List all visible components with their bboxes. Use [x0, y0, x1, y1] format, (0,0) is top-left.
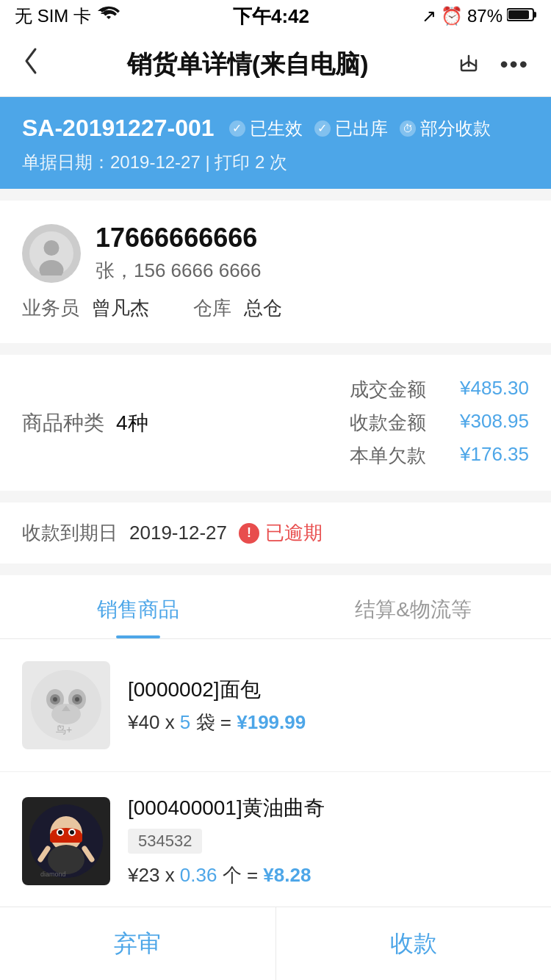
- warehouse-label: 仓库: [193, 297, 231, 319]
- status-bar: 无 SIM 卡 下午4:42 ↗ ⏰ 87%: [0, 0, 551, 32]
- customer-section: 17666666666 张，156 6666 6666 业务员 曾凡杰 仓库 总…: [0, 201, 551, 343]
- badge-partial: ⏱ 部分收款: [400, 117, 491, 140]
- stats-section: 商品种类 4种 成交金额 ¥485.30 收款金额 ¥308.95 本单欠款 ¥…: [0, 355, 551, 491]
- owed-label: 本单欠款: [350, 443, 426, 469]
- amount-row: 成交金额 ¥485.30: [350, 377, 529, 403]
- more-icon[interactable]: •••: [500, 51, 529, 78]
- battery-label: 87%: [467, 6, 503, 26]
- svg-rect-2: [508, 10, 529, 19]
- alarm-icon: ⏰: [441, 6, 463, 26]
- status-right: ↗ ⏰ 87%: [422, 6, 536, 26]
- received-value: ¥308.95: [441, 410, 529, 436]
- salesperson-info: 业务员 曾凡杰: [22, 295, 149, 321]
- customer-info: 17666666666 张，156 6666 6666: [96, 223, 262, 284]
- received-row: 收款金额 ¥308.95: [350, 410, 529, 436]
- svg-point-22: [58, 830, 62, 835]
- product-info-1: [0000002]面包 ¥40 x 5 袋 = ¥199.99: [128, 676, 529, 735]
- order-sub-info: 单据日期：2019-12-27 | 打印 2 次: [22, 151, 529, 174]
- product-name-1: [0000002]面包: [128, 676, 529, 704]
- tabs-section: 销售商品 结算&物流等: [0, 575, 551, 639]
- clock-icon: ⏱: [400, 120, 416, 137]
- order-number: SA-20191227-001: [22, 115, 215, 142]
- list-item: 鸟+ [0000002]面包 ¥40 x 5 袋 = ¥199.99: [0, 639, 551, 772]
- customer-phone: 17666666666: [96, 223, 262, 253]
- tab-sales-products[interactable]: 销售商品: [0, 575, 276, 638]
- product-info-2: [000400001]黄油曲奇 534532 ¥23 x 0.36 个 = ¥8…: [128, 794, 529, 888]
- nav-right-icons: •••: [455, 48, 529, 80]
- svg-point-23: [70, 830, 74, 835]
- share-icon[interactable]: [455, 48, 482, 80]
- product-total-1: ¥199.99: [237, 711, 306, 733]
- amount-stats: 成交金额 ¥485.30 收款金额 ¥308.95 本单欠款 ¥176.35: [350, 377, 529, 469]
- wifi-icon: [97, 6, 120, 26]
- owed-value: ¥176.35: [441, 443, 529, 469]
- overdue-badge: ! 已逾期: [239, 520, 323, 546]
- nav-bar: 销货单详情(来自电脑) •••: [0, 32, 551, 97]
- sim-label: 无 SIM 卡: [15, 4, 91, 28]
- tabs-row: 销售商品 结算&物流等: [0, 575, 551, 639]
- warehouse-value: 总仓: [244, 297, 282, 319]
- confirm-button[interactable]: 收款: [276, 907, 552, 980]
- salesperson-label: 业务员: [22, 297, 79, 319]
- amount-value: ¥485.30: [441, 377, 529, 403]
- location-icon: ↗: [422, 6, 436, 26]
- product-type-label: 商品种类: [22, 409, 104, 437]
- battery-icon: [507, 6, 536, 26]
- product-name-2: [000400001]黄油曲奇: [128, 794, 529, 822]
- product-price-1: ¥40 x 5 袋 = ¥199.99: [128, 710, 529, 735]
- received-label: 收款金额: [350, 410, 426, 436]
- check-icon-1: ✓: [229, 120, 245, 137]
- page-title: 销货单详情(来自电脑): [127, 48, 369, 82]
- svg-text:diamond: diamond: [40, 871, 66, 878]
- list-item: diamond [000400001]黄油曲奇 534532 ¥23 x 0.3…: [0, 772, 551, 911]
- product-qty-2: 0.36: [180, 864, 217, 886]
- customer-name-phone: 张，156 6666 6666: [96, 258, 262, 284]
- due-date-section: 收款到期日 2019-12-27 ! 已逾期: [0, 502, 551, 563]
- check-icon-2: ✓: [314, 120, 331, 137]
- badge-active: ✓ 已生效: [229, 117, 303, 140]
- customer-meta: 业务员 曾凡杰 仓库 总仓: [22, 295, 529, 321]
- product-thumbnail-2: diamond: [22, 797, 110, 885]
- warehouse-info: 仓库 总仓: [193, 295, 282, 321]
- svg-rect-25: [55, 849, 77, 863]
- svg-point-4: [44, 240, 60, 256]
- product-qty-1: 5: [180, 711, 190, 733]
- product-price-2: ¥23 x 0.36 个 = ¥8.28: [128, 862, 529, 888]
- overdue-label: 已逾期: [265, 520, 323, 546]
- cancel-button[interactable]: 弃审: [0, 907, 276, 980]
- bottom-bar: 弃审 收款: [0, 907, 551, 980]
- overdue-icon: !: [239, 523, 259, 544]
- status-time: 下午4:42: [233, 4, 309, 29]
- owed-row: 本单欠款 ¥176.35: [350, 443, 529, 469]
- salesperson-value: 曾凡杰: [92, 297, 149, 319]
- svg-text:鸟+: 鸟+: [56, 724, 72, 735]
- svg-rect-1: [533, 12, 536, 18]
- product-tag-2: 534532: [128, 829, 202, 854]
- badge-shipped: ✓ 已出库: [314, 117, 388, 140]
- svg-point-19: [51, 828, 81, 837]
- product-type-value: 4种: [116, 409, 148, 437]
- back-button[interactable]: [22, 46, 40, 82]
- amount-label: 成交金额: [350, 377, 426, 403]
- tab-settlement[interactable]: 结算&物流等: [276, 575, 551, 638]
- svg-point-11: [53, 697, 57, 702]
- product-type-count: 商品种类 4种: [22, 377, 148, 469]
- due-date-value: 2019-12-27: [129, 522, 227, 544]
- order-header: SA-20191227-001 ✓ 已生效 ✓ 已出库 ⏱ 部分收款 单据日期：…: [0, 97, 551, 189]
- product-thumbnail-1: 鸟+: [22, 661, 110, 749]
- svg-point-12: [75, 697, 79, 702]
- due-date-label: 收款到期日: [22, 520, 118, 546]
- avatar: [22, 224, 81, 283]
- product-total-2: ¥8.28: [263, 864, 311, 886]
- status-left: 无 SIM 卡: [15, 4, 120, 28]
- status-badges: ✓ 已生效 ✓ 已出库 ⏱ 部分收款: [229, 117, 491, 140]
